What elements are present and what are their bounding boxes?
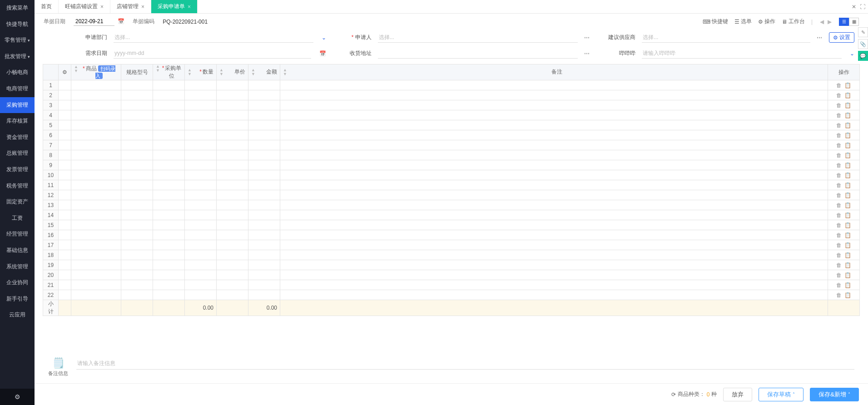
table-row[interactable]: 7🗑📋 xyxy=(43,140,860,150)
row-delete-icon[interactable]: 🗑 xyxy=(836,222,842,228)
barcode-input[interactable] xyxy=(642,48,842,59)
abandon-button[interactable]: 放弃 xyxy=(723,388,752,401)
row-delete-icon[interactable]: 🗑 xyxy=(836,282,842,288)
calendar-icon[interactable]: 📅 xyxy=(118,18,124,25)
rail-attach-icon[interactable]: 📎 xyxy=(858,39,868,49)
row-delete-icon[interactable]: 🗑 xyxy=(836,242,842,248)
table-row[interactable]: 16🗑📋 xyxy=(43,230,860,240)
sidebar-item-6[interactable]: 采购管理 xyxy=(0,97,35,114)
col-qty[interactable]: ▲▼*数量 xyxy=(185,64,217,80)
sidebar-item-9[interactable]: 总账管理 xyxy=(0,145,35,162)
sidebar-item-0[interactable]: 搜索菜单 xyxy=(0,0,35,16)
row-copy-icon[interactable]: 📋 xyxy=(844,122,851,128)
tab-close-icon[interactable]: × xyxy=(100,4,104,10)
row-copy-icon[interactable]: 📋 xyxy=(844,152,851,158)
row-delete-icon[interactable]: 🗑 xyxy=(836,202,842,208)
table-row[interactable]: 1🗑📋 xyxy=(43,80,860,90)
settings-gear-icon[interactable]: ⚙ xyxy=(15,393,20,400)
col-amount[interactable]: ▲▼金额 xyxy=(248,64,280,80)
row-delete-icon[interactable]: 🗑 xyxy=(836,102,842,109)
table-row[interactable]: 12🗑📋 xyxy=(43,190,860,200)
table-row[interactable]: 22🗑📋 xyxy=(43,290,860,300)
row-delete-icon[interactable]: 🗑 xyxy=(836,162,842,168)
col-spec[interactable]: 规格型号 xyxy=(121,64,153,80)
sidebar-item-14[interactable]: 经营管理 xyxy=(0,226,35,242)
table-row[interactable]: 11🗑📋 xyxy=(43,180,860,190)
sidebar-item-5[interactable]: 电商管理 xyxy=(0,81,35,97)
save-draft-button[interactable]: 保存草稿˄ xyxy=(759,388,804,401)
row-copy-icon[interactable]: 📋 xyxy=(844,82,851,89)
col-remark[interactable]: ▲▼备注 xyxy=(280,64,828,80)
tab-3[interactable]: 采购申请单× xyxy=(151,0,198,13)
sidebar-item-17[interactable]: 企业协同 xyxy=(0,275,35,291)
row-copy-icon[interactable]: 📋 xyxy=(844,262,851,268)
operate-button[interactable]: ⚙操作 xyxy=(758,18,775,25)
sidebar-item-2[interactable]: 零售管理 xyxy=(0,32,35,49)
row-copy-icon[interactable]: 📋 xyxy=(844,282,851,288)
sidebar-item-19[interactable]: 云应用 xyxy=(0,307,35,323)
row-delete-icon[interactable]: 🗑 xyxy=(836,122,842,128)
settings-button[interactable]: ⚙设置 xyxy=(829,32,854,43)
row-delete-icon[interactable]: 🗑 xyxy=(836,172,842,178)
ship-addr-input[interactable] xyxy=(378,48,578,59)
sidebar-item-4[interactable]: 小畅电商 xyxy=(0,64,35,81)
row-copy-icon[interactable]: 📋 xyxy=(844,232,851,238)
applicant-select[interactable] xyxy=(378,32,578,43)
col-unit[interactable]: ▲▼*采购单位 xyxy=(153,64,185,80)
table-row[interactable]: 4🗑📋 xyxy=(43,110,860,120)
table-row[interactable]: 14🗑📋 xyxy=(43,210,860,220)
remarks-input[interactable] xyxy=(76,357,854,370)
tab-close-icon[interactable]: × xyxy=(141,4,144,10)
refresh-icon[interactable]: ⟳ xyxy=(671,391,676,398)
row-delete-icon[interactable]: 🗑 xyxy=(836,292,842,298)
shortcut-button[interactable]: ⌨快捷键 xyxy=(703,18,728,25)
table-row[interactable]: 13🗑📋 xyxy=(43,200,860,210)
row-delete-icon[interactable]: 🗑 xyxy=(836,192,842,198)
table-row[interactable]: 2🗑📋 xyxy=(43,90,860,100)
row-delete-icon[interactable]: 🗑 xyxy=(836,212,842,218)
row-copy-icon[interactable]: 📋 xyxy=(844,182,851,188)
col-product[interactable]: ▲▼*商品 扫码录入 xyxy=(71,64,121,80)
row-delete-icon[interactable]: 🗑 xyxy=(836,152,842,158)
row-copy-icon[interactable]: 📋 xyxy=(844,112,851,119)
table-row[interactable]: 10🗑📋 xyxy=(43,170,860,180)
sidebar-item-13[interactable]: 工资 xyxy=(0,210,35,227)
row-copy-icon[interactable]: 📋 xyxy=(844,92,851,99)
ship-addr-more-icon[interactable]: ⋯ xyxy=(584,50,590,57)
row-delete-icon[interactable]: 🗑 xyxy=(836,232,842,238)
table-row[interactable]: 6🗑📋 xyxy=(43,130,860,140)
close-icon[interactable]: ✕ xyxy=(852,4,856,10)
tab-close-icon[interactable]: × xyxy=(188,4,191,10)
table-row[interactable]: 20🗑📋 xyxy=(43,270,860,280)
row-copy-icon[interactable]: 📋 xyxy=(844,272,851,278)
sidebar-item-18[interactable]: 新手引导 xyxy=(0,291,35,307)
rail-chat-icon[interactable]: 💬 xyxy=(858,51,868,61)
table-row[interactable]: 8🗑📋 xyxy=(43,150,860,160)
row-copy-icon[interactable]: 📋 xyxy=(844,192,851,198)
fullscreen-icon[interactable]: ⛶ xyxy=(860,4,865,10)
sidebar-item-11[interactable]: 税务管理 xyxy=(0,178,35,194)
row-delete-icon[interactable]: 🗑 xyxy=(836,92,842,99)
row-delete-icon[interactable]: 🗑 xyxy=(836,252,842,258)
row-copy-icon[interactable]: 📋 xyxy=(844,202,851,208)
sidebar-item-3[interactable]: 批发管理 xyxy=(0,49,35,65)
row-delete-icon[interactable]: 🗑 xyxy=(836,142,842,148)
sidebar-item-15[interactable]: 基础信息 xyxy=(0,242,35,259)
sidebar-item-1[interactable]: 快捷导航 xyxy=(0,16,35,33)
row-delete-icon[interactable]: 🗑 xyxy=(836,182,842,188)
row-copy-icon[interactable]: 📋 xyxy=(844,142,851,148)
col-gear[interactable]: ⚙ xyxy=(59,64,71,80)
scan-badge[interactable]: 扫码录入 xyxy=(95,65,115,79)
chevron-down-icon[interactable]: ⌄ xyxy=(850,50,854,57)
sidebar-item-10[interactable]: 发票管理 xyxy=(0,162,35,178)
row-delete-icon[interactable]: 🗑 xyxy=(836,262,842,268)
col-price[interactable]: ▲▼单价 xyxy=(217,64,248,80)
table-row[interactable]: 19🗑📋 xyxy=(43,260,860,270)
table-row[interactable]: 5🗑📋 xyxy=(43,120,860,130)
table-row[interactable]: 15🗑📋 xyxy=(43,220,860,230)
chevron-down-icon[interactable]: ⌄ xyxy=(322,35,326,41)
row-copy-icon[interactable]: 📋 xyxy=(844,162,851,168)
supplier-select[interactable] xyxy=(642,32,810,43)
row-delete-icon[interactable]: 🗑 xyxy=(836,272,842,278)
doc-date-input[interactable] xyxy=(74,17,114,26)
